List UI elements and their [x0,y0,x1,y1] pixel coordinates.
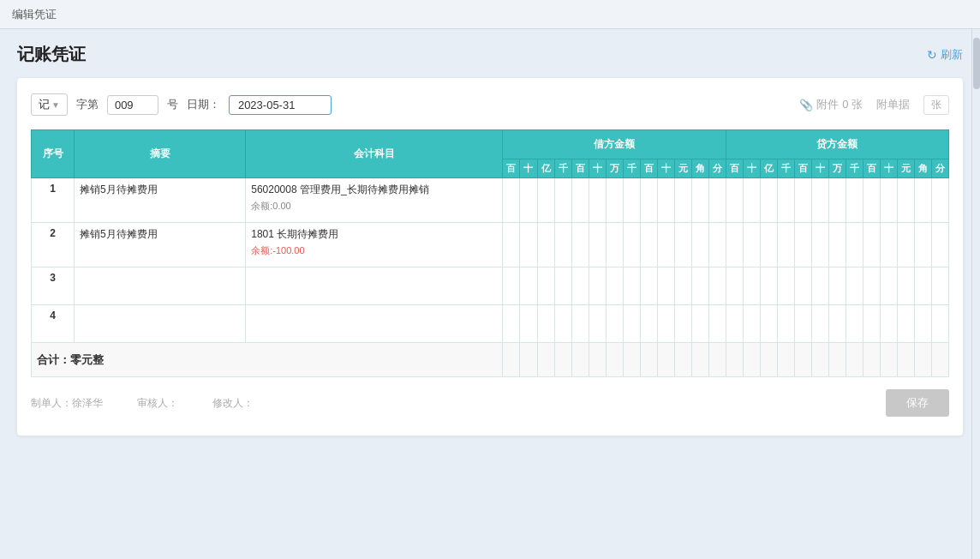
cell-credit-8[interactable] [846,267,863,305]
cell-credit-4[interactable] [777,178,794,223]
cell-credit-1[interactable] [726,223,743,267]
cell-credit-10[interactable] [880,305,897,343]
cell-debit-2[interactable] [520,305,537,343]
cell-debit-9[interactable] [640,223,657,267]
cell-debit-11[interactable] [674,223,691,267]
cell-credit-8[interactable] [846,223,863,267]
cell-credit-13[interactable] [931,305,948,343]
attach-num-input[interactable]: 张 [923,95,949,115]
scrollbar-thumb[interactable] [973,38,980,89]
cell-debit-8[interactable] [623,223,640,267]
cell-debit-3[interactable] [537,305,554,343]
cell-credit-5[interactable] [794,267,811,305]
cell-summary[interactable] [75,305,246,343]
cell-credit-7[interactable] [828,305,846,343]
cell-account[interactable] [246,305,503,343]
cell-debit-1[interactable] [503,178,520,223]
cell-debit-9[interactable] [640,305,657,343]
cell-debit-10[interactable] [657,223,674,267]
cell-credit-7[interactable] [828,178,846,223]
cell-debit-13[interactable] [708,305,726,343]
cell-debit-4[interactable] [554,267,571,305]
cell-debit-8[interactable] [623,305,640,343]
cell-credit-5[interactable] [794,305,811,343]
cell-debit-12[interactable] [691,223,708,267]
cell-debit-7[interactable] [606,305,623,343]
cell-summary[interactable]: 摊销5月待摊费用 [75,223,246,267]
cell-credit-11[interactable] [897,267,914,305]
cell-debit-2[interactable] [520,267,537,305]
cell-debit-13[interactable] [708,223,726,267]
cell-credit-4[interactable] [777,267,794,305]
cell-debit-5[interactable] [571,305,589,343]
cell-credit-10[interactable] [880,267,897,305]
cell-credit-3[interactable] [760,305,777,343]
cell-debit-2[interactable] [520,223,537,267]
refresh-button[interactable]: ↻ 刷新 [927,47,963,63]
cell-credit-12[interactable] [914,305,931,343]
cell-credit-10[interactable] [880,178,897,223]
cell-debit-8[interactable] [623,267,640,305]
voucher-number-input[interactable] [107,95,158,115]
cell-credit-3[interactable] [760,178,777,223]
cell-credit-6[interactable] [811,178,828,223]
cell-seq[interactable]: 3 [32,267,75,305]
cell-credit-9[interactable] [863,178,880,223]
cell-debit-11[interactable] [674,305,691,343]
cell-debit-7[interactable] [606,223,623,267]
cell-debit-7[interactable] [606,267,623,305]
scrollbar[interactable] [971,29,980,559]
save-button[interactable]: 保存 [886,389,949,417]
cell-summary[interactable]: 摊销5月待摊费用 [75,178,246,223]
cell-credit-6[interactable] [811,267,828,305]
cell-credit-8[interactable] [846,178,863,223]
cell-credit-11[interactable] [897,223,914,267]
cell-credit-2[interactable] [743,305,760,343]
cell-debit-8[interactable] [623,178,640,223]
cell-credit-6[interactable] [811,223,828,267]
cell-credit-3[interactable] [760,267,777,305]
cell-debit-2[interactable] [520,178,537,223]
cell-debit-3[interactable] [537,267,554,305]
cell-debit-3[interactable] [537,223,554,267]
cell-debit-4[interactable] [554,178,571,223]
cell-credit-4[interactable] [777,305,794,343]
cell-debit-4[interactable] [554,305,571,343]
cell-debit-11[interactable] [674,267,691,305]
cell-debit-9[interactable] [640,178,657,223]
cell-debit-5[interactable] [571,223,589,267]
cell-credit-5[interactable] [794,223,811,267]
cell-debit-13[interactable] [708,178,726,223]
cell-debit-10[interactable] [657,305,674,343]
cell-debit-12[interactable] [691,305,708,343]
cell-debit-5[interactable] [571,178,589,223]
cell-credit-12[interactable] [914,178,931,223]
cell-credit-4[interactable] [777,223,794,267]
cell-debit-6[interactable] [589,267,606,305]
cell-debit-11[interactable] [674,178,691,223]
cell-account[interactable]: 56020008 管理费用_长期待摊费用摊销余额:0.00 [246,178,503,223]
cell-debit-12[interactable] [691,178,708,223]
cell-credit-9[interactable] [863,267,880,305]
cell-debit-1[interactable] [503,223,520,267]
cell-credit-6[interactable] [811,305,828,343]
cell-credit-5[interactable] [794,178,811,223]
cell-credit-10[interactable] [880,223,897,267]
cell-credit-2[interactable] [743,267,760,305]
cell-seq[interactable]: 2 [32,223,75,267]
cell-debit-4[interactable] [554,223,571,267]
cell-debit-5[interactable] [571,267,589,305]
cell-credit-7[interactable] [828,223,846,267]
cell-credit-9[interactable] [863,223,880,267]
cell-credit-1[interactable] [726,178,743,223]
cell-credit-2[interactable] [743,223,760,267]
voucher-type-button[interactable]: 记 ▼ [31,93,68,116]
cell-credit-11[interactable] [897,305,914,343]
date-input[interactable] [229,95,332,115]
cell-seq[interactable]: 1 [32,178,75,223]
cell-debit-9[interactable] [640,267,657,305]
cell-debit-13[interactable] [708,267,726,305]
cell-credit-1[interactable] [726,267,743,305]
attach-link[interactable]: 📎 附件 0 张 [799,97,863,112]
cell-debit-6[interactable] [589,178,606,223]
